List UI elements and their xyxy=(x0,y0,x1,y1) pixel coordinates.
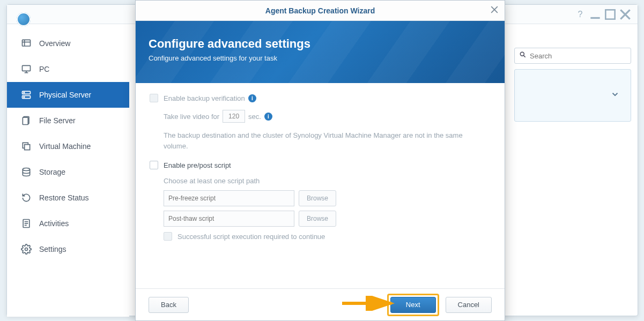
next-highlight: Next xyxy=(387,294,439,316)
take-live-video-suffix: sec. xyxy=(248,113,261,121)
search-box[interactable] xyxy=(514,48,631,64)
maximize-button[interactable] xyxy=(603,9,617,20)
activities-icon xyxy=(21,218,32,229)
choose-script-label: Choose at least one script path xyxy=(164,177,491,185)
modal-body: Enable backup verification i Take live v… xyxy=(136,83,505,259)
pre-freeze-row: Browse xyxy=(164,190,491,206)
svg-point-23 xyxy=(25,248,28,251)
right-panel xyxy=(514,48,631,122)
svg-rect-7 xyxy=(23,65,31,71)
sidebar-item-virtual-machine[interactable]: Virtual Machine xyxy=(7,133,129,159)
sidebar-item-label: Physical Server xyxy=(39,91,91,99)
sidebar-item-restore-status[interactable]: Restore Status xyxy=(7,185,129,211)
take-live-video-row: Take live video for sec. i xyxy=(164,110,491,123)
file-server-icon xyxy=(21,115,32,126)
chevron-down-icon xyxy=(610,89,620,101)
sidebar-item-pc[interactable]: PC xyxy=(7,56,129,82)
svg-rect-15 xyxy=(23,117,28,124)
sidebar-item-label: Settings xyxy=(39,245,66,253)
enable-verification-checkbox xyxy=(150,94,158,102)
pre-freeze-input xyxy=(164,190,294,206)
svg-rect-4 xyxy=(23,40,31,46)
sidebar-item-settings[interactable]: Settings xyxy=(7,236,129,262)
cancel-button[interactable]: Cancel xyxy=(446,297,492,313)
sidebar-item-storage[interactable]: Storage xyxy=(7,159,129,185)
modal-footer: Back Next Cancel xyxy=(136,288,505,320)
expand-card[interactable] xyxy=(514,69,631,122)
info-icon[interactable]: i xyxy=(264,113,272,121)
enable-script-row: Enable pre/post script xyxy=(150,161,491,169)
modal-header: Configure advanced settings Configure ad… xyxy=(136,21,505,83)
svg-point-12 xyxy=(24,92,25,93)
sidebar-item-label: PC xyxy=(39,65,49,73)
sidebar-item-file-server[interactable]: File Server xyxy=(7,108,129,133)
pc-icon xyxy=(21,64,32,74)
browse-pre-freeze-button: Browse xyxy=(299,190,336,206)
modal-header-subtitle: Configure advanced settings for your tas… xyxy=(149,54,492,62)
close-icon[interactable] xyxy=(491,6,498,15)
sidebar-item-label: File Server xyxy=(39,116,76,125)
enable-verification-label: Enable backup verification xyxy=(164,94,245,102)
enable-script-checkbox[interactable] xyxy=(150,161,158,169)
modal-header-title: Configure advanced settings xyxy=(149,37,492,51)
search-input[interactable] xyxy=(530,52,626,60)
enable-verification-row: Enable backup verification i xyxy=(150,94,491,102)
gear-icon xyxy=(21,244,32,255)
minimize-button[interactable] xyxy=(588,9,602,20)
svg-rect-17 xyxy=(25,145,30,150)
restore-status-icon xyxy=(21,192,32,203)
sidebar-item-physical-server[interactable]: Physical Server xyxy=(7,82,129,108)
back-button[interactable]: Back xyxy=(149,297,189,313)
svg-point-24 xyxy=(520,52,524,56)
virtual-machine-icon xyxy=(21,141,32,152)
search-icon xyxy=(519,51,527,61)
svg-rect-1 xyxy=(605,10,615,19)
live-video-seconds-input xyxy=(223,110,245,123)
successful-script-row: Successful script execution required to … xyxy=(164,232,491,241)
next-button[interactable]: Next xyxy=(390,297,436,313)
modal-title: Agent Backup Creation Wizard xyxy=(265,6,375,15)
storage-icon xyxy=(21,167,32,177)
close-window-button[interactable] xyxy=(618,9,632,20)
sidebar-item-activities[interactable]: Activities xyxy=(7,211,129,236)
wizard-modal: Agent Backup Creation Wizard Configure a… xyxy=(135,0,505,321)
app-logo-icon xyxy=(17,12,31,26)
overview-icon xyxy=(21,38,32,49)
sidebar-item-label: Activities xyxy=(39,219,69,228)
svg-point-18 xyxy=(23,168,29,171)
sidebar-item-overview[interactable]: Overview xyxy=(7,31,129,56)
enable-script-label: Enable pre/post script xyxy=(164,161,231,169)
post-thaw-row: Browse xyxy=(164,211,491,227)
svg-line-25 xyxy=(523,55,525,57)
sidebar: Overview PC Physical Server File Server … xyxy=(7,31,129,317)
help-button[interactable]: ? xyxy=(573,9,587,20)
svg-point-13 xyxy=(24,96,25,98)
browse-post-thaw-button: Browse xyxy=(299,211,336,227)
info-icon[interactable]: i xyxy=(248,94,256,102)
modal-titlebar: Agent Backup Creation Wizard xyxy=(136,1,505,21)
take-live-video-prefix: Take live video for xyxy=(164,113,219,121)
successful-script-label: Successful script execution required to … xyxy=(177,233,325,241)
sidebar-item-label: Restore Status xyxy=(39,193,89,202)
sidebar-item-label: Storage xyxy=(39,168,65,176)
post-thaw-input xyxy=(164,211,294,227)
sidebar-item-label: Virtual Machine xyxy=(39,142,91,151)
successful-script-checkbox xyxy=(164,232,172,241)
physical-server-icon xyxy=(21,89,32,100)
sidebar-item-label: Overview xyxy=(39,39,70,48)
destination-note: The backup destination and the cluster o… xyxy=(164,130,485,151)
